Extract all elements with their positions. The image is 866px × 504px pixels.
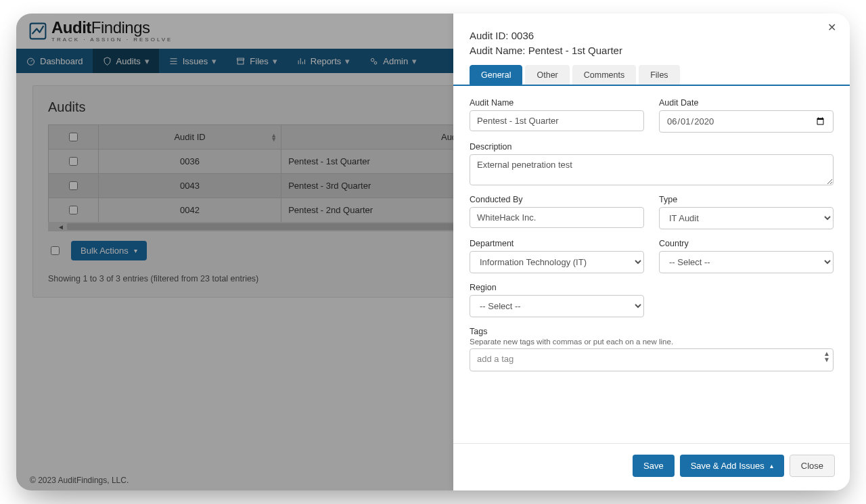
chevron-down-icon: ▾ bbox=[212, 56, 216, 66]
tags-hint: Separate new tags with commas or put eac… bbox=[470, 338, 834, 346]
row-checkbox[interactable] bbox=[69, 206, 78, 214]
svg-rect-3 bbox=[237, 60, 244, 64]
tags-label: Tags bbox=[470, 327, 834, 336]
chevron-up-icon: ▴ bbox=[770, 462, 773, 469]
select-all-checkbox[interactable] bbox=[69, 133, 78, 141]
brand-logo: AuditFindings TRACK · ASSIGN · RESOLVE bbox=[28, 20, 173, 43]
department-label: Department bbox=[470, 239, 644, 248]
bulk-select-checkbox[interactable] bbox=[51, 246, 60, 255]
nav-reports[interactable]: Reports ▾ bbox=[287, 49, 360, 73]
cell-id: 0036 bbox=[98, 150, 281, 174]
bulk-actions-button[interactable]: Bulk Actions▾ bbox=[71, 241, 147, 260]
chevron-down-icon: ▾ bbox=[145, 56, 150, 66]
save-and-add-issues-button[interactable]: Save & Add Issues▴ bbox=[680, 455, 784, 477]
region-label: Region bbox=[470, 283, 644, 292]
nav-audits-label: Audits bbox=[116, 56, 141, 66]
nav-audits[interactable]: Audits ▾ bbox=[93, 49, 159, 73]
row-checkbox[interactable] bbox=[69, 157, 78, 166]
country-select[interactable]: -- Select -- bbox=[659, 251, 834, 273]
brand-tagline: TRACK · ASSIGN · RESOLVE bbox=[51, 37, 173, 43]
nav-reports-label: Reports bbox=[311, 56, 342, 66]
nav-issues[interactable]: Issues ▾ bbox=[159, 49, 227, 73]
tags-stepper-icon[interactable]: ▲▼ bbox=[823, 350, 830, 363]
scroll-left-icon[interactable]: ◄ bbox=[55, 223, 67, 231]
conducted-by-input[interactable] bbox=[470, 207, 644, 228]
chart-icon bbox=[296, 56, 306, 66]
chevron-down-icon: ▾ bbox=[345, 56, 350, 66]
audit-detail-panel: ✕ Audit ID: 0036 Audit Name: Pentest - 1… bbox=[453, 14, 850, 490]
svg-point-5 bbox=[374, 62, 377, 64]
tab-other[interactable]: Other bbox=[525, 65, 569, 85]
type-label: Type bbox=[659, 195, 834, 204]
gears-icon bbox=[369, 56, 379, 66]
brand-name: AuditFindings bbox=[51, 20, 173, 36]
country-label: Country bbox=[659, 239, 834, 248]
close-icon[interactable]: ✕ bbox=[823, 20, 840, 35]
list-icon bbox=[168, 56, 179, 66]
conducted-by-label: Conducted By bbox=[470, 195, 644, 204]
nav-dashboard-label: Dashboard bbox=[40, 56, 83, 66]
nav-admin[interactable]: Admin ▾ bbox=[359, 49, 426, 73]
audit-date-input[interactable] bbox=[659, 110, 834, 133]
department-select[interactable]: Information Technology (IT) bbox=[470, 251, 644, 273]
row-checkbox[interactable] bbox=[69, 181, 78, 190]
nav-files-label: Files bbox=[250, 56, 268, 66]
nav-admin-label: Admin bbox=[383, 56, 408, 66]
panel-tabs: General Other Comments Files bbox=[453, 65, 850, 86]
gauge-icon bbox=[26, 56, 36, 66]
tab-files[interactable]: Files bbox=[639, 65, 679, 85]
nav-issues-label: Issues bbox=[183, 56, 208, 66]
chevron-down-icon: ▾ bbox=[412, 56, 417, 66]
audit-name-label: Audit Name bbox=[470, 98, 644, 108]
description-textarea[interactable]: External penetration test bbox=[470, 154, 834, 185]
cell-id: 0043 bbox=[98, 174, 281, 198]
shield-icon bbox=[102, 56, 112, 66]
svg-point-4 bbox=[371, 58, 374, 61]
col-header-id[interactable]: Audit ID▲▼ bbox=[98, 125, 281, 150]
tags-input[interactable]: add a tag ▲▼ bbox=[470, 348, 834, 371]
panel-header: Audit ID: 0036 Audit Name: Pentest - 1st… bbox=[453, 14, 850, 65]
close-button[interactable]: Close bbox=[790, 455, 835, 477]
nav-files[interactable]: Files ▾ bbox=[226, 49, 286, 73]
type-select[interactable]: IT Audit bbox=[659, 207, 834, 229]
cell-id: 0042 bbox=[98, 198, 281, 223]
region-select[interactable]: -- Select -- bbox=[470, 295, 644, 317]
tab-comments[interactable]: Comments bbox=[572, 65, 636, 85]
description-label: Description bbox=[470, 142, 834, 152]
logo-mark-icon bbox=[28, 22, 47, 41]
archive-icon bbox=[235, 56, 246, 66]
chevron-down-icon: ▾ bbox=[273, 56, 277, 66]
chevron-down-icon: ▾ bbox=[134, 247, 137, 254]
tab-general[interactable]: General bbox=[470, 65, 522, 85]
panel-footer: Save Save & Add Issues▴ Close bbox=[453, 443, 850, 490]
save-button[interactable]: Save bbox=[633, 455, 675, 477]
audit-date-label: Audit Date bbox=[659, 98, 834, 108]
nav-dashboard[interactable]: Dashboard bbox=[16, 49, 93, 73]
audit-name-input[interactable] bbox=[470, 110, 644, 131]
